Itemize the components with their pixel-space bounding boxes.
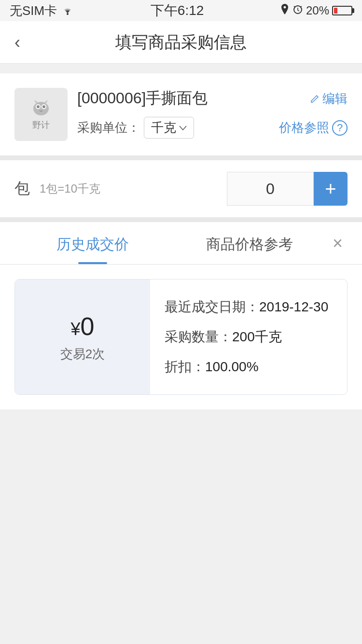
unit-badge: 包	[14, 178, 30, 199]
svg-point-6	[42, 105, 45, 108]
price-card: ¥0 交易2次 最近成交日期：2019-12-30 采购数量：200千克 折扣：…	[14, 279, 348, 395]
price-card-area: ¥0 交易2次 最近成交日期：2019-12-30 采购数量：200千克 折扣：…	[0, 265, 362, 409]
price-trades: 交易2次	[60, 346, 105, 363]
price-left: ¥0 交易2次	[15, 280, 150, 394]
tabs-header: 历史成交价 商品价格参考 ×	[0, 222, 362, 265]
quantity-input-wrap: +	[227, 172, 348, 206]
svg-point-0	[67, 13, 69, 15]
tabs-section: 历史成交价 商品价格参考 × ¥0 交易2次 最近成交日期：2019-12-30…	[0, 222, 362, 409]
battery-label: 20%	[306, 4, 329, 17]
quantity-row: 包 1包=10千克 +	[0, 160, 362, 217]
tab-history-price[interactable]: 历史成交价	[14, 222, 171, 264]
svg-point-2	[33, 102, 49, 115]
back-button[interactable]: ‹	[10, 28, 25, 57]
alarm-icon	[292, 4, 303, 17]
thumbnail-logo: 野计	[32, 119, 50, 131]
quantity-input[interactable]	[227, 172, 314, 206]
tab-close-button[interactable]: ×	[328, 224, 348, 263]
edit-button[interactable]: 编辑	[310, 90, 348, 107]
battery-icon	[332, 6, 352, 15]
price-ref-button[interactable]: 价格参照 ?	[279, 119, 348, 136]
product-thumbnail: 野计	[14, 88, 68, 141]
unit-label: 采购单位：	[77, 119, 140, 136]
page-title: 填写商品采购信息	[115, 31, 247, 54]
product-info: [0000006]手撕面包 编辑 采购单位： 千克 价格参照	[77, 88, 348, 139]
bottom-area	[0, 409, 362, 644]
status-time: 下午6:12	[151, 1, 204, 20]
price-detail-date: 最近成交日期：2019-12-30	[165, 297, 333, 317]
product-section: 野计 [0000006]手撕面包 编辑 采购单位： 千克	[0, 73, 362, 155]
price-right: 最近成交日期：2019-12-30 采购数量：200千克 折扣：100.00%	[150, 280, 347, 394]
status-left: 无SIM卡	[10, 2, 74, 19]
price-ref-icon: ?	[332, 120, 348, 136]
quantity-plus-button[interactable]: +	[314, 172, 348, 206]
svg-point-5	[37, 105, 40, 108]
unit-select[interactable]: 千克	[144, 117, 194, 139]
status-right: 20%	[280, 4, 352, 17]
divider-1	[0, 155, 362, 160]
unit-convert: 1包=10千克	[40, 181, 227, 196]
nav-bar: ‹ 填写商品采购信息	[0, 21, 362, 64]
price-amount: ¥0	[71, 312, 95, 341]
price-detail-discount: 折扣：100.00%	[165, 357, 333, 377]
currency-symbol: ¥	[71, 319, 81, 339]
status-bar: 无SIM卡 下午6:12 20%	[0, 0, 362, 21]
price-detail-quantity: 采购数量：200千克	[165, 327, 333, 347]
product-name: [0000006]手撕面包	[77, 88, 208, 109]
wifi-icon	[61, 3, 74, 18]
tab-price-ref[interactable]: 商品价格参考	[171, 222, 327, 264]
divider-2	[0, 217, 362, 222]
network-label: 无SIM卡	[10, 2, 57, 19]
location-icon	[280, 4, 290, 17]
